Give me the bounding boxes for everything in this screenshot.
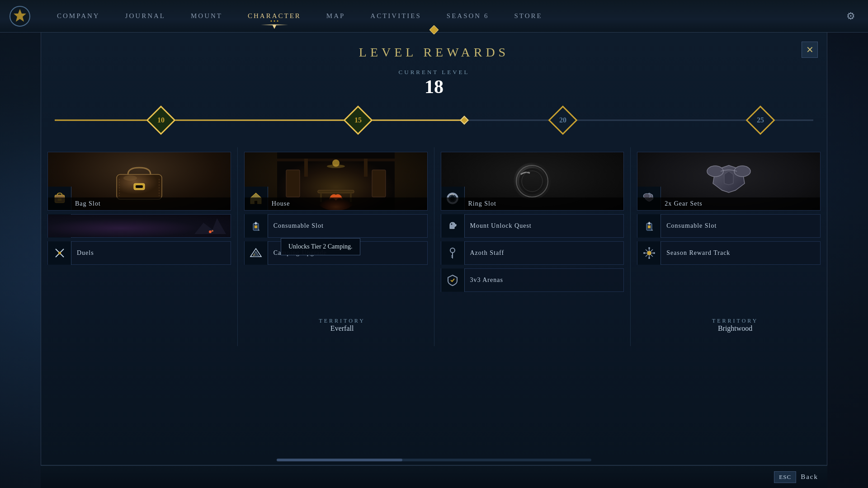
azoth-staff-icon [441, 241, 465, 265]
current-position-marker [461, 117, 467, 123]
consumable-slot-icon-25: + [637, 214, 661, 238]
panel-title: LEVEL REWARDS [41, 33, 827, 69]
arenas-icon-svg [446, 274, 459, 286]
season-track-icon [637, 241, 661, 265]
dot-1 [270, 20, 272, 22]
svg-rect-32 [255, 225, 257, 228]
back-button[interactable]: Back [801, 473, 818, 481]
milestone-label-15: 15 [354, 116, 362, 124]
milestone-diamond-10: 10 [146, 105, 175, 135]
svg-point-9 [212, 230, 213, 232]
level-section: CURRENT LEVEL 18 [41, 69, 827, 98]
territory-everfall: TERRITORY Everfall [244, 318, 440, 333]
current-level-label: CURRENT LEVEL [41, 69, 827, 76]
svg-point-14 [58, 252, 61, 254]
svg-point-57 [653, 252, 655, 254]
season-track-icon-svg [643, 247, 656, 259]
reward-card-azoth-staff[interactable]: Azoth Staff [441, 241, 624, 265]
milestone-15: 15 [348, 110, 368, 131]
camping-bg [48, 215, 231, 237]
reward-card-house[interactable]: House [244, 152, 428, 211]
gear-sets-label: 2x Gear Sets [637, 197, 820, 210]
sidebar-item-activities[interactable]: ACTIVITIES [358, 9, 434, 23]
sidebar-item-character[interactable]: CHARACTER [235, 9, 314, 23]
svg-point-40 [451, 224, 453, 225]
mount-quest-icon-svg [446, 220, 459, 232]
milestone-25: 25 [750, 110, 771, 131]
reward-card-ring-slot[interactable]: Ring Slot [441, 152, 624, 211]
svg-rect-1 [429, 25, 439, 34]
reward-card-consumable-slot-25[interactable]: + Consumable Slot [637, 214, 821, 238]
svg-point-37 [522, 171, 542, 192]
sidebar-item-map[interactable]: MAP [314, 9, 358, 23]
consumable-slot-label-25: Consumable Slot [661, 222, 722, 230]
reward-card-gear-sets[interactable]: 2x Gear Sets [637, 152, 821, 211]
esc-badge: ESC [774, 471, 796, 483]
milestone-10: 10 [151, 110, 171, 131]
reward-card-bag-slot[interactable]: Bag Slot [47, 152, 231, 211]
svg-point-23 [327, 164, 345, 168]
reward-card-arenas[interactable]: 3v3 Arenas [441, 268, 624, 292]
svg-rect-51 [648, 225, 651, 228]
progress-filled [55, 120, 464, 121]
armor-svg [693, 159, 765, 204]
svg-text:+: + [651, 228, 653, 232]
arenas-icon [441, 268, 465, 292]
territory-name-brightwood: Brightwood [637, 324, 833, 333]
settings-button[interactable]: ⚙ [843, 8, 859, 24]
consumable-slot-icon-15: + [245, 214, 268, 238]
scrollbar-thumb[interactable] [277, 459, 402, 461]
svg-text:II: II [253, 253, 255, 256]
house-label: House [245, 197, 427, 210]
sidebar-item-company[interactable]: COMPANY [44, 9, 113, 23]
sidebar-item-mount[interactable]: MOUNT [178, 9, 235, 23]
horizontal-scrollbar[interactable] [277, 459, 591, 461]
svg-rect-24 [318, 190, 354, 193]
milestone-diamond-20: 20 [548, 105, 578, 135]
rewards-container: Bag Slot [41, 147, 827, 346]
sidebar-item-store[interactable]: STORE [501, 9, 555, 23]
milestone-diamond-25: 25 [745, 105, 775, 135]
mount-quest-icon [441, 214, 465, 238]
duels-icon-svg [53, 247, 66, 259]
svg-point-41 [450, 248, 455, 253]
bag-svg [103, 161, 175, 202]
milestone-diamond-15: 15 [344, 105, 373, 135]
svg-text:+: + [258, 228, 260, 232]
azoth-staff-label: Azoth Staff [465, 249, 510, 257]
reward-card-duels[interactable]: Duels [47, 241, 231, 265]
svg-rect-17 [286, 170, 300, 197]
active-indicator [270, 20, 278, 22]
bag-slot-label: Bag Slot [48, 197, 231, 210]
camping-upgrade-icon-svg: II [250, 247, 262, 259]
nav-items: COMPANY JOURNAL MOUNT CHARACTER MAP ACTI… [44, 9, 843, 23]
reward-card-mount-quest[interactable]: Mount Unlock Quest [441, 214, 624, 238]
reward-card-season-track[interactable]: Season Reward Track [637, 241, 821, 265]
svg-point-55 [648, 257, 650, 259]
sidebar-item-season6[interactable]: SEASON 6 [434, 9, 502, 23]
milestone-20: 20 [552, 110, 573, 131]
milestone-label-20: 20 [559, 116, 566, 124]
reward-column-level25: 2x Gear Sets + Consumable Slot [631, 147, 827, 346]
mount-quest-label: Mount Unlock Quest [465, 222, 537, 230]
territory-name-everfall: Everfall [244, 324, 440, 333]
sidebar-item-journal[interactable]: JOURNAL [113, 9, 178, 23]
svg-rect-20 [304, 159, 308, 177]
dot-2 [274, 20, 275, 22]
svg-point-53 [647, 251, 651, 255]
territory-brightwood: TERRITORY Brightwood [637, 318, 833, 333]
svg-rect-4 [136, 185, 143, 188]
reward-column-level10: Bag Slot [41, 147, 238, 346]
svg-point-56 [643, 252, 645, 254]
svg-rect-21 [364, 159, 368, 177]
main-panel: ✕ LEVEL REWARDS CURRENT LEVEL 18 10 15 [41, 33, 827, 465]
milestone-label-10: 10 [157, 116, 165, 124]
close-button[interactable]: ✕ [802, 42, 818, 58]
current-dot [460, 116, 469, 125]
reward-card-consumable-slot-15[interactable]: + Consumable Slot [244, 214, 428, 238]
ring-slot-label: Ring Slot [441, 197, 624, 210]
duels-icon [48, 241, 71, 265]
arenas-label: 3v3 Arenas [465, 277, 509, 284]
reward-card-camping[interactable]: II Camping [47, 214, 231, 238]
camping-upgrade-icon: II [245, 241, 268, 265]
